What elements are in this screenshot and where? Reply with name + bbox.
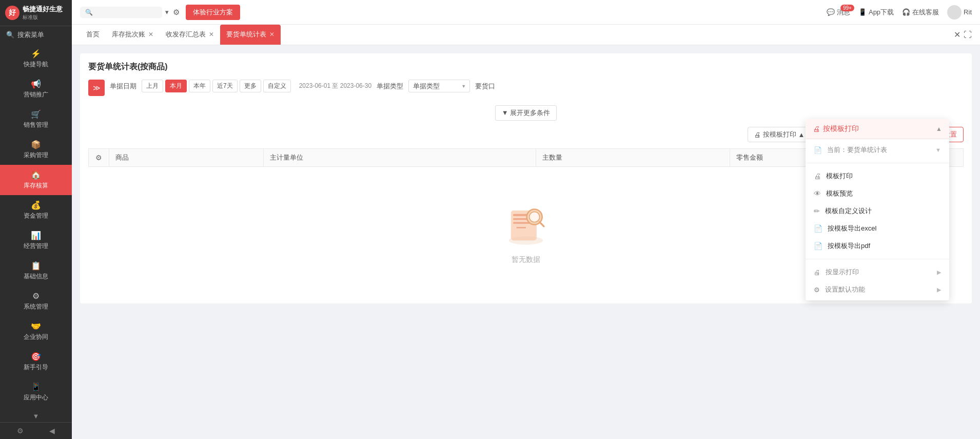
tab-requisition-stat[interactable]: 要货单统计表 ✕ bbox=[220, 25, 281, 45]
sidebar-item-operation[interactable]: 📊 经营管理 bbox=[0, 225, 72, 256]
expand-more-btn[interactable]: ▼ 展开更多条件 bbox=[495, 105, 557, 121]
online-service-btn[interactable]: 🎧 在线客服 bbox=[902, 8, 939, 17]
template-print-item[interactable]: 🖨 模板打印 bbox=[806, 167, 949, 185]
display-print-item[interactable]: 🖨 按显示打印 ▶ bbox=[806, 263, 949, 281]
gear-icon[interactable]: ⚙ bbox=[95, 154, 102, 162]
set-default-item[interactable]: ⚙ 设置默认功能 ▶ bbox=[806, 281, 949, 298]
template-custom-item[interactable]: ✏ 模板自定义设计 bbox=[806, 202, 949, 220]
experience-btn[interactable]: 体验行业方案 bbox=[186, 5, 240, 20]
print-dropdown: 🖨 按模板打印 ▲ 📄 当前：要货单统计表 ▼ 🖨 模板打 bbox=[806, 119, 949, 300]
sidebar-bottom: ⚙ ◀ bbox=[0, 422, 72, 439]
main-content: 🔍 ▾ ⚙ 体验行业方案 💬 消息 99+ 📱 App下载 🎧 在线客服 Rit bbox=[72, 0, 980, 439]
date-range-display: 2023-06-01 至 2023-06-30 bbox=[299, 82, 371, 90]
template-export-excel-item[interactable]: 📄 按模板导出excel bbox=[806, 220, 949, 237]
sidebar-item-newbie[interactable]: 🎯 新手引导 bbox=[0, 347, 72, 377]
type-select[interactable]: 单据类型 bbox=[408, 80, 470, 92]
newbie-icon: 🎯 bbox=[31, 352, 41, 361]
topbar-gear-btn[interactable]: ⚙ bbox=[173, 8, 180, 17]
tab-close-all-btn[interactable]: ✕ bbox=[954, 30, 961, 40]
sidebar-item-finance[interactable]: 💰 资金管理 bbox=[0, 195, 72, 225]
dropdown-section-current: 📄 当前：要货单统计表 ▼ bbox=[806, 139, 949, 161]
template-preview-item[interactable]: 👁 模板预览 bbox=[806, 185, 949, 202]
date-filter-label: 单据日期 bbox=[110, 82, 136, 91]
sidebar-item-purchase[interactable]: 📦 采购管理 bbox=[0, 135, 72, 165]
tabs-bar: 首页 库存批次账 ✕ 收发存汇总表 ✕ 要货单统计表 ✕ ✕ ⛶ bbox=[72, 25, 980, 45]
inventory-icon: 🏠 bbox=[31, 170, 41, 180]
topbar: 🔍 ▾ ⚙ 体验行业方案 💬 消息 99+ 📱 App下载 🎧 在线客服 Rit bbox=[72, 0, 980, 25]
sidebar-item-sales[interactable]: 🛒 销售管理 bbox=[0, 104, 72, 135]
filter-area: ≫ 单据日期 上月 本月 本年 近7天 更多 自定义 2023-06-01 至 … bbox=[88, 80, 964, 96]
divider-1 bbox=[806, 163, 949, 163]
template-print-icon: 🖨 bbox=[814, 172, 821, 180]
topbar-search[interactable]: 🔍 bbox=[80, 7, 162, 18]
app-download-btn[interactable]: 📱 App下载 bbox=[858, 8, 894, 17]
close-requisition-stat-btn[interactable]: ✕ bbox=[269, 31, 275, 38]
topbar-dropdown-btn[interactable]: ▾ bbox=[165, 8, 169, 16]
col-goods: 商品 bbox=[109, 149, 264, 167]
system-icon: ⚙ bbox=[32, 291, 40, 301]
collapse-btn[interactable]: ◀ bbox=[49, 427, 55, 435]
topbar-search-icon: 🔍 bbox=[85, 9, 93, 16]
print-dropdown-header: 🖨 按模板打印 ▲ bbox=[806, 119, 949, 139]
date-btn-more[interactable]: 更多 bbox=[240, 80, 261, 92]
date-btn-custom[interactable]: 自定义 bbox=[263, 80, 291, 92]
operation-icon: 📊 bbox=[31, 231, 41, 240]
template-export-pdf-icon: 📄 bbox=[814, 242, 822, 250]
date-btn-this-year[interactable]: 本年 bbox=[189, 80, 210, 92]
marketing-icon: 📢 bbox=[31, 79, 41, 89]
dropdown-section-main: 🖨 模板打印 👁 模板预览 ✏ 模板自定义设计 📄 按模板导出excel 📄 bbox=[806, 165, 949, 257]
basic-icon: 📋 bbox=[31, 261, 41, 271]
purchase-icon: 📦 bbox=[31, 140, 41, 149]
sidebar-logo: 好 畅捷通好生意 标准版 bbox=[0, 0, 72, 26]
sidebar-item-appstore[interactable]: 📱 应用中心 bbox=[0, 377, 72, 407]
dropdown-collapse-btn[interactable]: ▲ bbox=[936, 125, 942, 132]
expand-icon: ▼ bbox=[502, 109, 508, 117]
tab-home[interactable]: 首页 bbox=[80, 25, 106, 45]
sidebar-item-enterprise[interactable]: 🤝 企业协同 bbox=[0, 316, 72, 347]
sidebar: 好 畅捷通好生意 标准版 🔍 搜索菜单 ⚡ 快捷导航 📢 营销推广 🛒 销售管理… bbox=[0, 0, 72, 439]
sidebar-item-wechat[interactable]: 💬 企业微信 bbox=[0, 407, 72, 410]
date-btn-this-month[interactable]: 本月 bbox=[165, 80, 187, 92]
tab-collect-summary[interactable]: 收发存汇总表 ✕ bbox=[160, 25, 220, 45]
sidebar-item-marketing[interactable]: 📢 营销推广 bbox=[0, 74, 72, 104]
filter-toggle-btn[interactable]: ≫ bbox=[88, 80, 105, 96]
search-menu-item[interactable]: 🔍 搜索菜单 bbox=[0, 26, 72, 44]
col-gear[interactable]: ⚙ bbox=[89, 149, 109, 167]
divider-2 bbox=[806, 259, 949, 259]
req-goods-label: 要货口 bbox=[475, 82, 495, 91]
tab-batch-account[interactable]: 库存批次账 ✕ bbox=[106, 25, 160, 45]
date-btn-last-month[interactable]: 上月 bbox=[142, 80, 163, 92]
quick-nav-icon: ⚡ bbox=[31, 49, 41, 59]
template-custom-icon: ✏ bbox=[814, 207, 820, 215]
svg-line-7 bbox=[540, 222, 544, 226]
current-template-icon: 📄 bbox=[814, 146, 822, 154]
sidebar-item-system[interactable]: ⚙ 系统管理 bbox=[0, 286, 72, 316]
date-btn-last-7-days[interactable]: 近7天 bbox=[212, 80, 238, 92]
empty-illustration bbox=[500, 198, 552, 249]
logo-text: 畅捷通好生意 标准版 bbox=[23, 5, 63, 21]
avatar bbox=[947, 5, 962, 20]
close-batch-account-btn[interactable]: ✕ bbox=[148, 31, 153, 38]
user-avatar-btn[interactable]: Rit bbox=[947, 5, 972, 20]
type-filter-label: 单据类型 bbox=[377, 82, 403, 91]
current-template-item[interactable]: 📄 当前：要货单统计表 ▼ bbox=[806, 141, 949, 159]
set-default-icon: ⚙ bbox=[814, 286, 820, 294]
page-title: 要货单统计表(按商品) bbox=[88, 62, 964, 72]
current-template-arrow: ▼ bbox=[935, 147, 941, 153]
svg-point-6 bbox=[530, 212, 540, 222]
print-dropdown-icon: 🖨 bbox=[813, 125, 820, 133]
sidebar-item-basic[interactable]: 📋 基础信息 bbox=[0, 256, 72, 286]
tab-expand-btn[interactable]: ⛶ bbox=[964, 30, 972, 40]
type-select-wrapper: 单据类型 bbox=[408, 80, 470, 92]
message-btn[interactable]: 💬 消息 99+ bbox=[827, 8, 850, 17]
close-collect-summary-btn[interactable]: ✕ bbox=[209, 31, 214, 38]
template-export-pdf-item[interactable]: 📄 按模板导出pdf bbox=[806, 237, 949, 255]
sidebar-item-quick-nav[interactable]: ⚡ 快捷导航 bbox=[0, 44, 72, 74]
topbar-right: 💬 消息 99+ 📱 App下载 🎧 在线客服 Rit bbox=[827, 5, 972, 20]
sidebar-scroll-down[interactable]: ▼ bbox=[0, 410, 72, 422]
page-content: 要货单统计表(按商品) ≫ 单据日期 上月 本月 本年 近7天 更多 自定义 2… bbox=[72, 45, 980, 439]
print-template-btn[interactable]: 🖨 按模板打印 ▲ bbox=[748, 127, 812, 142]
set-default-arrow: ▶ bbox=[937, 287, 941, 293]
settings-bottom-btn[interactable]: ⚙ bbox=[17, 427, 24, 435]
sidebar-item-inventory[interactable]: 🏠 库存核算 bbox=[0, 165, 72, 195]
